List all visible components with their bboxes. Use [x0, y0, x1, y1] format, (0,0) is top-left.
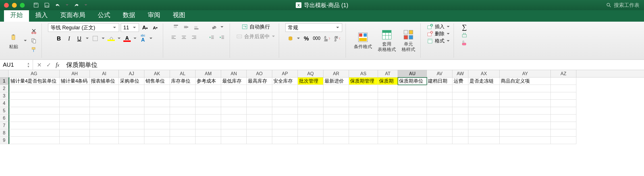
cell-AW1[interactable]: 运费: [452, 77, 468, 85]
cell-AO3[interactable]: [247, 92, 272, 100]
cell-AV4[interactable]: [427, 100, 452, 107]
cell-AY5[interactable]: [500, 107, 551, 114]
cell-AR4[interactable]: [323, 100, 349, 107]
cell-AH6[interactable]: [60, 114, 90, 122]
cell-AG1[interactable]: 辅计量4是否包装单位: [9, 77, 60, 85]
increase-font-button[interactable]: A▴: [141, 24, 149, 31]
cell-AT9[interactable]: [378, 137, 398, 144]
align-bottom-button[interactable]: [192, 23, 201, 31]
select-all-corner[interactable]: [0, 70, 9, 77]
cell-AM3[interactable]: [196, 92, 221, 100]
cell-AV5[interactable]: [427, 107, 452, 114]
cell-AO7[interactable]: [247, 122, 272, 129]
cell-AS8[interactable]: [349, 129, 378, 137]
cell-AQ9[interactable]: [298, 137, 323, 144]
fill-color-dropdown[interactable]: [117, 36, 121, 40]
merge-dropdown[interactable]: [271, 34, 275, 38]
cell-AR5[interactable]: [323, 107, 349, 114]
cell-AT1[interactable]: 保质期: [378, 77, 398, 85]
cell-AI5[interactable]: [90, 107, 119, 114]
column-header-AU[interactable]: AU: [398, 70, 427, 77]
cell-AG7[interactable]: [9, 122, 60, 129]
cell-AR1[interactable]: 最新进价: [323, 77, 349, 85]
cell-AZ6[interactable]: [551, 114, 576, 122]
decrease-font-button[interactable]: A▾: [151, 24, 159, 31]
cell-AU8[interactable]: [398, 129, 427, 137]
column-header-AJ[interactable]: AJ: [119, 70, 144, 77]
cell-AP7[interactable]: [272, 122, 298, 129]
cell-AQ2[interactable]: [298, 85, 323, 92]
cell-AG9[interactable]: [9, 137, 60, 144]
cell-AL8[interactable]: [170, 129, 196, 137]
cell-AS3[interactable]: [349, 92, 378, 100]
cell-AR2[interactable]: [323, 85, 349, 92]
cell-AY1[interactable]: 商品自定义项: [500, 77, 551, 85]
cell-AX1[interactable]: 是否走冻链: [468, 77, 500, 85]
formula-input[interactable]: 保质期单位: [63, 61, 644, 69]
cell-AT5[interactable]: [378, 107, 398, 114]
cell-AZ5[interactable]: [551, 107, 576, 114]
tab-视图[interactable]: 视图: [167, 9, 192, 22]
cell-AQ4[interactable]: [298, 100, 323, 107]
cell-AZ4[interactable]: [551, 100, 576, 107]
cancel-formula-button[interactable]: ✕: [37, 62, 42, 68]
column-header-AR[interactable]: AR: [323, 70, 349, 77]
increase-indent-button[interactable]: [218, 34, 226, 41]
delete-dropdown[interactable]: [446, 32, 450, 36]
cell-AT8[interactable]: [378, 129, 398, 137]
cell-AJ2[interactable]: [119, 85, 144, 92]
cell-AQ1[interactable]: 批次管理: [298, 77, 323, 85]
align-right-button[interactable]: [190, 34, 198, 41]
cell-AW3[interactable]: [452, 92, 468, 100]
cell-AV7[interactable]: [427, 122, 452, 129]
cell-AN1[interactable]: 最低库存: [221, 77, 247, 85]
cell-AS2[interactable]: [349, 85, 378, 92]
borders-dropdown[interactable]: [101, 36, 105, 40]
cell-AK9[interactable]: [144, 137, 170, 144]
tab-开始[interactable]: 开始: [4, 9, 29, 22]
column-header-AH[interactable]: AH: [60, 70, 90, 77]
cell-AW9[interactable]: [452, 137, 468, 144]
wrap-text-button[interactable]: 自动换行: [242, 23, 270, 30]
cell-AR6[interactable]: [323, 114, 349, 122]
cell-AG5[interactable]: [9, 107, 60, 114]
row-header-5[interactable]: 5: [0, 107, 9, 114]
cell-AJ5[interactable]: [119, 107, 144, 114]
cell-AY2[interactable]: [500, 85, 551, 92]
row-header-6[interactable]: 6: [0, 114, 9, 122]
cell-AH7[interactable]: [60, 122, 90, 129]
insert-cells-button[interactable]: 插入: [427, 23, 450, 30]
cell-AW5[interactable]: [452, 107, 468, 114]
name-box[interactable]: AU1 ▲▼: [0, 60, 33, 70]
cell-AL9[interactable]: [170, 137, 196, 144]
cell-AO9[interactable]: [247, 137, 272, 144]
cell-AN7[interactable]: [221, 122, 247, 129]
cell-AO1[interactable]: 最高库存: [247, 77, 272, 85]
paste-button[interactable]: 粘贴: [6, 30, 21, 50]
column-header-AW[interactable]: AW: [452, 70, 468, 77]
font-color-button[interactable]: A: [123, 35, 131, 42]
cell-AR8[interactable]: [323, 129, 349, 137]
cell-AJ3[interactable]: [119, 92, 144, 100]
cell-AG3[interactable]: [9, 92, 60, 100]
enter-formula-button[interactable]: ✓: [46, 62, 51, 68]
accounting-dropdown[interactable]: [296, 36, 300, 40]
search-box[interactable]: 搜索工作表: [606, 2, 639, 9]
cell-AH9[interactable]: [60, 137, 90, 144]
borders-button[interactable]: [91, 35, 99, 42]
italic-button[interactable]: I: [65, 35, 73, 42]
cell-AM2[interactable]: [196, 85, 221, 92]
cell-AI1[interactable]: 报表辅单位: [90, 77, 119, 85]
cell-AL4[interactable]: [170, 100, 196, 107]
cell-AY4[interactable]: [500, 100, 551, 107]
format-as-table-button[interactable]: 套用 表格格式: [376, 28, 398, 53]
cell-AZ8[interactable]: [551, 129, 576, 137]
name-box-stepper[interactable]: ▲▼: [27, 62, 30, 68]
cell-AM5[interactable]: [196, 107, 221, 114]
column-header-AK[interactable]: AK: [144, 70, 170, 77]
increase-decimal-button[interactable]: .0.00: [323, 35, 331, 42]
underline-dropdown[interactable]: [85, 36, 89, 40]
customize-qat-dropdown[interactable]: [84, 3, 88, 7]
cell-AP9[interactable]: [272, 137, 298, 144]
column-header-AO[interactable]: AO: [247, 70, 272, 77]
